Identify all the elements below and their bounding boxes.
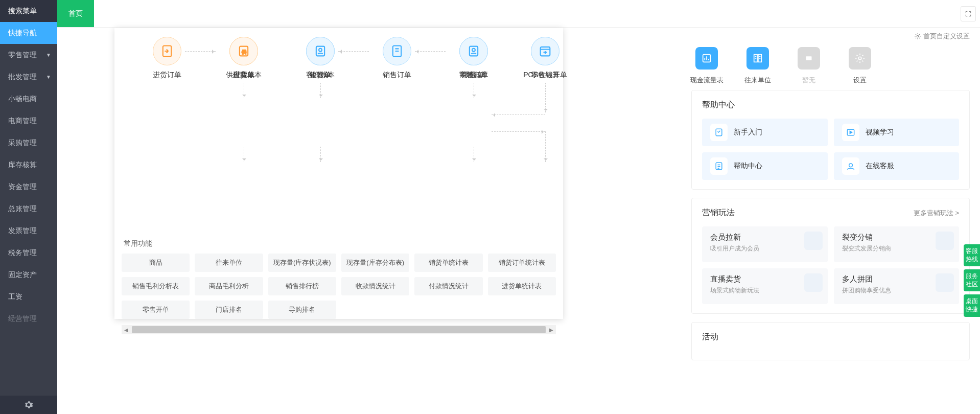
user-doc-icon — [459, 37, 488, 65]
arrow — [415, 51, 446, 52]
common-function-button[interactable]: 往来单位 — [195, 254, 263, 272]
marketing-title: 直播卖货 — [710, 274, 820, 284]
help-item[interactable]: 在线客服 — [834, 152, 960, 180]
panel-title: 帮助中心 — [702, 100, 735, 110]
marketing-grid: 会员拉新吸引用户成为会员裂变分销裂变式发展分销商直播卖货场景式购物新玩法多人拼团… — [702, 226, 959, 304]
scroll-thumb[interactable] — [132, 326, 546, 333]
decoration-icon — [936, 232, 954, 250]
sidebar-item-ledger[interactable]: 总账管理 — [0, 198, 57, 220]
decoration-icon — [804, 232, 823, 250]
panel-title: 活动 — [702, 332, 718, 342]
common-function-button[interactable]: 门店排名 — [195, 301, 263, 319]
flow-label: 零售结算 — [507, 71, 584, 80]
common-function-button[interactable]: 现存量(库存状况表) — [268, 254, 336, 272]
help-item-icon — [842, 124, 859, 141]
tabbar: 首页 — [57, 0, 980, 28]
sidebar-item-retail[interactable]: 零售管理▼ — [0, 44, 57, 66]
arrow — [492, 114, 545, 115]
sidebar-item-xiaochang[interactable]: 小畅电商 — [0, 88, 57, 110]
book-icon: 供 — [229, 37, 258, 65]
tab-home[interactable]: 首页 — [57, 0, 94, 27]
horizontal-scrollbar[interactable]: ◀ ▶ — [122, 325, 556, 334]
marketing-item[interactable]: 多人拼团拼团购物享受优惠 — [834, 268, 960, 304]
common-function-button[interactable]: 进货单统计表 — [488, 277, 556, 295]
flow-node-retail-out[interactable]: 零售出库 — [435, 37, 512, 80]
marketing-item[interactable]: 会员拉新吸引用户成为会员 — [702, 226, 828, 262]
arrow — [244, 83, 244, 98]
activity-panel: 活动 — [691, 322, 970, 360]
arrow — [474, 83, 474, 98]
fullscreen-button[interactable] — [961, 6, 976, 21]
sidebar-item-tax[interactable]: 税务管理 — [0, 242, 57, 264]
sidebar-item-quicknav[interactable]: 快捷导航 — [0, 22, 57, 44]
help-item-icon — [842, 157, 859, 175]
sidebar-item-purchase[interactable]: 采购管理 — [0, 132, 57, 154]
flow-label: 零售出库 — [435, 71, 512, 80]
link-label: 首页自定义设置 — [923, 32, 970, 41]
marketing-panel: 营销玩法 更多营销玩法 > 会员拉新吸引用户成为会员裂变分销裂变式发展分销商直播… — [691, 198, 970, 314]
flow-node-sales-order[interactable]: 销售订单 — [359, 37, 435, 80]
common-function-button[interactable]: 商品毛利分析 — [195, 277, 263, 295]
common-function-button[interactable]: 收款情况统计 — [341, 277, 409, 295]
svg-rect-20 — [806, 56, 812, 60]
shortcut-item[interactable]: 暂无 — [794, 47, 824, 85]
sidebar-item-label: 快捷导航 — [8, 29, 37, 38]
help-item[interactable]: 新手入门 — [702, 119, 828, 146]
sidebar-item-operation[interactable]: 经营管理 — [0, 308, 57, 330]
float-community[interactable]: 服务社区 — [964, 269, 980, 291]
arrow — [185, 51, 216, 52]
common-function-button[interactable]: 销售毛利分析表 — [122, 277, 190, 295]
marketing-subtitle: 拼团购物享受优惠 — [842, 286, 951, 295]
help-item-icon — [710, 124, 728, 141]
sidebar-item-invoice[interactable]: 发票管理 — [0, 220, 57, 242]
flow-node-supplier-book[interactable]: 供供应商账本 — [205, 37, 282, 80]
flow-node-customer-book[interactable]: 客户账本 — [282, 37, 359, 80]
common-function-button[interactable]: 销售排行榜 — [268, 277, 336, 295]
marketing-item[interactable]: 直播卖货场景式购物新玩法 — [702, 268, 828, 304]
common-function-button[interactable]: 销货单统计表 — [414, 254, 482, 272]
sidebar-item-wholesale[interactable]: 批发管理▼ — [0, 66, 57, 88]
sidebar-item-funds[interactable]: 资金管理 — [0, 176, 57, 198]
arrow — [338, 51, 369, 52]
gear-icon — [24, 400, 33, 409]
expand-icon — [965, 10, 972, 17]
sidebar-item-salary[interactable]: 工资 — [0, 286, 57, 308]
sidebar-item-inventory[interactable]: 库存核算 — [0, 154, 57, 176]
help-item[interactable]: 视频学习 — [834, 119, 960, 146]
flow-node-purchase-order[interactable]: 进货订单 — [129, 37, 205, 80]
marketing-item[interactable]: 裂变分销裂变式发展分销商 — [834, 226, 960, 262]
flow-node-retail-settle[interactable]: 零售结算 — [507, 37, 584, 80]
common-functions-title: 常用功能 — [124, 239, 559, 248]
more-link[interactable]: 更多营销玩法 > — [914, 209, 959, 218]
common-function-button[interactable]: 付款情况统计 — [414, 277, 482, 295]
shortcut-item[interactable]: 往来单位 — [742, 47, 773, 85]
shortcut-item[interactable]: 设置 — [845, 47, 875, 85]
common-function-button[interactable]: 导购排名 — [268, 301, 336, 319]
calendar-icon — [531, 37, 559, 65]
float-hotline[interactable]: 客服热线 — [964, 244, 980, 266]
help-item-icon — [710, 157, 728, 175]
shortcut-label: 现金流量表 — [690, 76, 724, 85]
help-item[interactable]: 帮助中心 — [702, 152, 828, 180]
shortcut-item[interactable]: 现金流量表 — [691, 47, 722, 85]
main: 首页 进货订单 进货单 销货单 销售订单 商城订单 POS收银开单 付款单 收款… — [57, 0, 980, 414]
common-function-button[interactable]: 销货订单统计表 — [488, 254, 556, 272]
sidebar-item-label: 零售管理 — [8, 51, 37, 60]
scroll-left-icon[interactable]: ◀ — [122, 327, 131, 333]
scroll-right-icon[interactable]: ▶ — [547, 327, 556, 333]
common-function-button[interactable]: 商品 — [122, 254, 190, 272]
scroll-track[interactable] — [132, 326, 546, 333]
shortcut-icon — [695, 47, 718, 70]
sidebar-settings[interactable] — [0, 396, 57, 414]
common-function-button[interactable]: 零售开单 — [122, 301, 190, 319]
flow-label: 客户账本 — [282, 71, 359, 80]
common-function-button[interactable]: 现存量(库存分布表) — [341, 254, 409, 272]
sidebar-item-fixedasset[interactable]: 固定资产 — [0, 264, 57, 286]
svg-point-21 — [858, 57, 861, 60]
shortcut-label: 暂无 — [802, 76, 815, 85]
sidebar-item-ecommerce[interactable]: 电商管理 — [0, 110, 57, 132]
float-desktop[interactable]: 桌面快捷 — [964, 294, 980, 316]
svg-point-14 — [472, 49, 475, 52]
home-customize-link[interactable]: 首页自定义设置 — [691, 32, 970, 41]
sidebar-search[interactable]: 搜索菜单 — [0, 0, 57, 22]
